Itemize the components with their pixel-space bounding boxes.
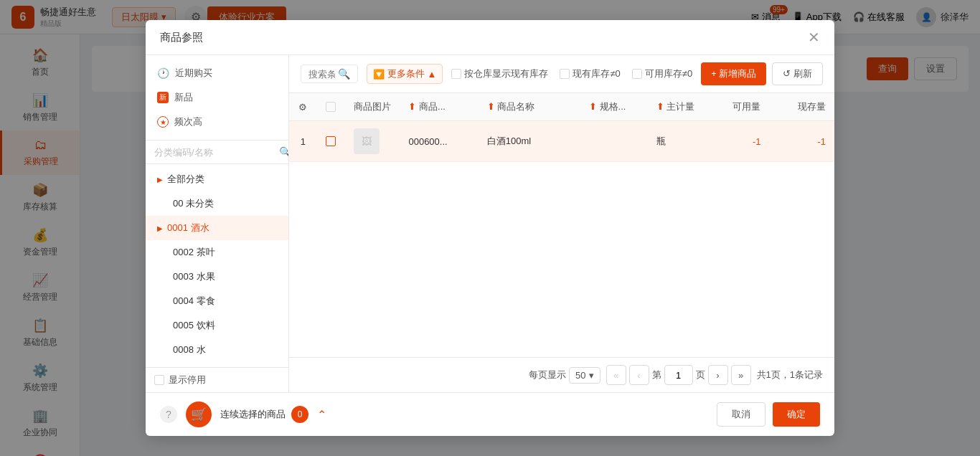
- col-available: 可用量: [705, 93, 769, 121]
- page-total: 共1页，1条记录: [757, 369, 823, 381]
- available-stock-checkbox-box[interactable]: [632, 69, 642, 79]
- row-checkbox-cell[interactable]: [317, 121, 345, 162]
- category-water[interactable]: 0008 水: [146, 338, 288, 362]
- settings-gear-icon[interactable]: ⚙: [298, 102, 307, 113]
- pagination: 每页显示 50 ▾ « ‹ 第 页 › »: [289, 357, 834, 392]
- clock-icon: 🕐: [157, 67, 169, 79]
- collapse-footer-btn[interactable]: ⌃: [317, 408, 326, 422]
- row-checkbox[interactable]: [326, 136, 336, 146]
- category-search-input[interactable]: [154, 147, 275, 158]
- continuous-select: 连续选择的商品 0: [220, 406, 308, 423]
- quick-link-new[interactable]: 新 新品: [146, 85, 288, 110]
- modal-header: 商品参照 ✕: [146, 20, 834, 55]
- refresh-button[interactable]: ↺ 刷新: [772, 62, 823, 85]
- product-table-container: ⚙ 商品图片 ⬆ 商品...: [289, 93, 834, 357]
- per-page-select[interactable]: 50 ▾: [569, 367, 600, 384]
- arrow-right-icon: ▶: [157, 176, 163, 184]
- modal-title: 商品参照: [160, 31, 203, 44]
- table-row[interactable]: 1 🖼 000600... 白酒100ml: [289, 121, 834, 162]
- chevron-up-icon: ▲: [428, 69, 437, 80]
- product-search-input[interactable]: [308, 69, 335, 80]
- product-search-bar: 🔍: [301, 65, 358, 83]
- right-panel: 🔍 🔽 更多条件 ▲ 按仓库显示现有库存: [289, 55, 834, 392]
- col-stock: 现存量: [769, 93, 834, 121]
- category-fruit[interactable]: 0003 水果: [146, 265, 288, 289]
- modal-overlay: 商品参照 ✕ 🕐 近期购买 新 新品 ★ 频次高: [0, 0, 980, 456]
- sort-icon: ⬆: [408, 101, 416, 112]
- product-reference-modal: 商品参照 ✕ 🕐 近期购买 新 新品 ★ 频次高: [146, 20, 834, 436]
- next-page-btn[interactable]: ›: [708, 365, 728, 385]
- category-all[interactable]: ▶ 全部分类: [146, 167, 288, 191]
- sort-icon-unit: ⬆: [656, 101, 664, 112]
- page-number-input[interactable]: [664, 365, 693, 385]
- prev-page-btn[interactable]: ‹: [629, 365, 649, 385]
- filter-checkboxes: 按仓库显示现有库存 现有库存≠0 可用库存≠0: [451, 67, 692, 80]
- row-available: -1: [705, 121, 769, 162]
- toolbar-right: + 新增商品 ↺ 刷新: [701, 62, 823, 85]
- add-product-button[interactable]: + 新增商品: [701, 62, 766, 85]
- quick-links: 🕐 近期购买 新 新品 ★ 频次高: [146, 55, 288, 141]
- category-appliances[interactable]: 0010 家电: [146, 362, 288, 367]
- modal-close-button[interactable]: ✕: [808, 30, 820, 44]
- help-button[interactable]: ?: [160, 406, 177, 423]
- category-beverages[interactable]: 0005 饮料: [146, 313, 288, 338]
- sort-icon-name: ⬆: [487, 101, 495, 112]
- row-index: 1: [289, 121, 317, 162]
- checkbox-available-stock[interactable]: 可用库存≠0: [632, 67, 692, 80]
- category-liquor[interactable]: ▶ 0001 酒水: [146, 216, 288, 240]
- more-filter-btn[interactable]: 🔽 更多条件 ▲: [367, 64, 443, 84]
- checkbox-current-stock[interactable]: 现有库存≠0: [560, 67, 620, 80]
- col-check: [317, 93, 345, 121]
- image-placeholder-icon: 🖼: [362, 136, 372, 147]
- product-search-icon[interactable]: 🔍: [338, 68, 350, 80]
- cart-button[interactable]: 🛒: [186, 402, 212, 427]
- table-header-row: ⚙ 商品图片 ⬆ 商品...: [289, 93, 834, 121]
- filter-icon: 🔽: [373, 69, 385, 80]
- modal-body: 🕐 近期购买 新 新品 ★ 频次高 🔍: [146, 55, 834, 392]
- first-page-btn[interactable]: «: [606, 365, 626, 385]
- quick-link-recent[interactable]: 🕐 近期购买: [146, 61, 288, 85]
- product-thumbnail: 🖼: [354, 128, 380, 154]
- col-settings: ⚙: [289, 93, 317, 121]
- sort-icon-spec: ⬆: [589, 101, 597, 112]
- confirm-button[interactable]: 确定: [773, 402, 820, 427]
- col-unit: ⬆ 主计量: [648, 93, 705, 121]
- page-size-selector: 每页显示 50 ▾: [529, 367, 600, 384]
- show-disabled-checkbox[interactable]: 显示停用: [154, 374, 280, 386]
- col-product-name: ⬆ 商品名称: [479, 93, 580, 121]
- category-snacks[interactable]: 0004 零食: [146, 289, 288, 313]
- col-product-code: ⬆ 商品...: [400, 93, 478, 121]
- product-table: ⚙ 商品图片 ⬆ 商品...: [289, 93, 834, 162]
- left-panel: 🕐 近期购买 新 新品 ★ 频次高 🔍: [146, 55, 289, 392]
- row-product-code: 000600...: [400, 121, 478, 162]
- category-tea[interactable]: 0002 茶叶: [146, 240, 288, 265]
- select-all-checkbox[interactable]: [326, 102, 336, 112]
- category-list: ▶ 全部分类 00 未分类 ▶ 0001 酒水 0002 茶叶: [146, 164, 288, 367]
- new-icon: 新: [157, 92, 169, 103]
- cancel-button[interactable]: 取消: [717, 402, 765, 427]
- footer-right: 取消 确定: [717, 402, 820, 427]
- toolbar: 🔍 🔽 更多条件 ▲ 按仓库显示现有库存: [289, 55, 834, 93]
- row-product-name: 白酒100ml: [479, 121, 580, 162]
- arrow-active-icon: ▶: [157, 224, 163, 232]
- row-product-spec: [580, 121, 648, 162]
- col-product-spec: ⬆ 规格...: [580, 93, 648, 121]
- row-product-unit: 瓶: [648, 121, 705, 162]
- chevron-down-page-icon: ▾: [589, 370, 594, 381]
- footer-left: ? 🛒 连续选择的商品 0 ⌃: [160, 402, 326, 427]
- left-panel-bottom: 显示停用: [146, 367, 288, 392]
- category-search-box: 🔍: [146, 141, 288, 164]
- row-product-image-cell: 🖼: [345, 121, 400, 162]
- modal-footer: ? 🛒 连续选择的商品 0 ⌃ 取消 确定: [146, 392, 834, 436]
- category-uncategorized[interactable]: 00 未分类: [146, 191, 288, 216]
- quick-link-frequent[interactable]: ★ 频次高: [146, 110, 288, 134]
- checkbox-warehouse[interactable]: 按仓库显示现有库存: [451, 67, 548, 80]
- warehouse-checkbox-box[interactable]: [451, 69, 461, 79]
- selected-count-badge: 0: [291, 406, 308, 423]
- current-stock-checkbox-box[interactable]: [560, 69, 570, 79]
- category-search-icon[interactable]: 🔍: [279, 146, 289, 158]
- page-navigation: « ‹ 第 页 › »: [606, 365, 751, 385]
- last-page-btn[interactable]: »: [731, 365, 751, 385]
- disabled-checkbox-box[interactable]: [154, 375, 164, 385]
- col-product-image: 商品图片: [345, 93, 400, 121]
